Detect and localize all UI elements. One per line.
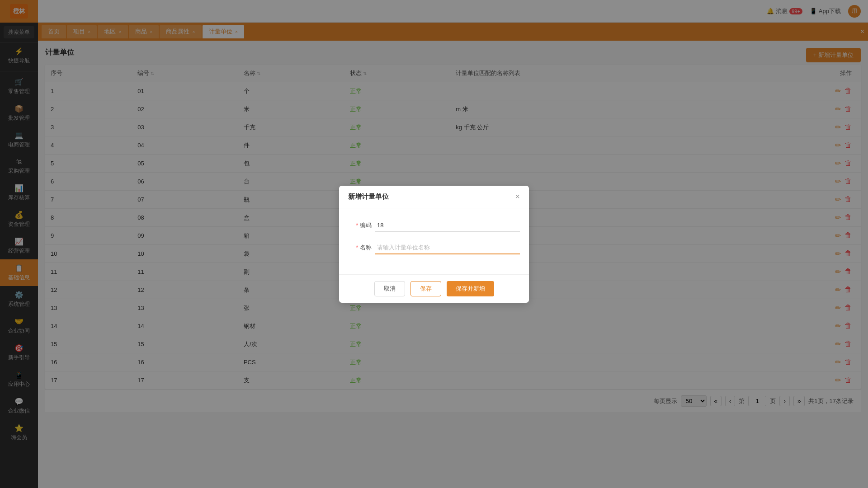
name-label: 名称 [348, 244, 375, 252]
form-row-name: 名称 [348, 241, 520, 254]
modal-header: 新增计量单位 × [339, 186, 529, 208]
save-button[interactable]: 保存 [410, 281, 441, 296]
modal-title: 新增计量单位 [348, 192, 389, 201]
form-row-code: 编码 [348, 219, 520, 232]
add-unit-modal: 新增计量单位 × 编码 名称 取消 保存 保存并新增 [339, 186, 529, 303]
code-label: 编码 [348, 221, 375, 230]
modal-close-button[interactable]: × [515, 192, 520, 202]
modal-overlay[interactable]: 新增计量单位 × 编码 名称 取消 保存 保存并新增 [0, 0, 868, 488]
modal-body: 编码 名称 [339, 208, 529, 274]
cancel-button[interactable]: 取消 [374, 281, 405, 296]
code-input[interactable] [375, 219, 520, 232]
modal-footer: 取消 保存 保存并新增 [339, 274, 529, 303]
name-input[interactable] [375, 241, 520, 254]
save-and-new-button[interactable]: 保存并新增 [447, 281, 494, 296]
